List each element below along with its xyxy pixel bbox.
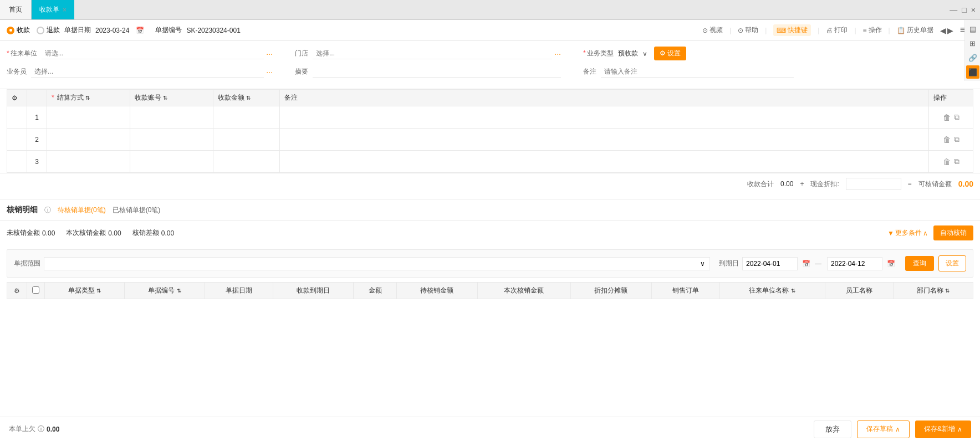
tab-current[interactable]: 收款单 × <box>32 0 74 19</box>
row3-copy-icon[interactable]: ⧉ <box>954 157 959 166</box>
auto-cancel-btn[interactable]: 自动核销 <box>933 225 973 240</box>
biz-type-dropdown-icon[interactable]: ∨ <box>642 50 647 58</box>
col-settle-header[interactable]: 结算方式 ⇅ <box>47 90 130 106</box>
chevron-up-icon: ∧ <box>923 229 928 237</box>
discount-input[interactable] <box>846 178 901 190</box>
bt-emp-col[interactable]: 员工名称 <box>825 283 893 299</box>
nav-arrows: ◀ ▶ <box>940 26 953 35</box>
cal-icon1[interactable]: 📅 <box>802 260 810 268</box>
bt-settings-col[interactable]: ⚙ <box>7 283 27 299</box>
tab-home[interactable]: 首页 <box>0 0 32 19</box>
bt-recv-label: 收款到期日 <box>297 286 330 294</box>
range-select[interactable]: ∨ <box>44 257 710 270</box>
bt-num-label: 单据编号 <box>148 286 175 294</box>
pending-tab[interactable]: 待核销单据(0笔) <box>58 206 106 215</box>
sidebar-icon-4[interactable]: ⬛ <box>966 65 979 79</box>
row1-remark[interactable] <box>280 106 929 129</box>
bt-recv-col[interactable]: 收款到期日 <box>273 283 354 299</box>
salesperson-more-icon[interactable]: ··· <box>266 68 273 76</box>
row2-delete-icon[interactable]: 🗑 <box>943 135 951 144</box>
row2-settle[interactable] <box>47 129 130 151</box>
radio-tui[interactable]: 退款 <box>37 25 60 35</box>
col-amount-header[interactable]: 收款金额 ⇅ <box>213 90 280 106</box>
date-picker-icon[interactable]: 📅 <box>136 27 144 34</box>
sidebar-icon-3[interactable]: 🔗 <box>966 51 979 64</box>
bt-pending-col[interactable]: 待核销金额 <box>397 283 478 299</box>
row2-num: 2 <box>27 129 47 151</box>
tab-close-icon[interactable]: × <box>63 6 67 14</box>
save-btn[interactable]: 保存&新增 ∧ <box>915 421 971 438</box>
row1-account[interactable] <box>130 106 213 129</box>
bt-check-col[interactable] <box>27 283 45 299</box>
salesperson-input[interactable] <box>31 66 264 78</box>
col-settle-label: 结算方式 <box>57 94 84 101</box>
row1-settle[interactable] <box>47 106 130 129</box>
row1-amount[interactable] <box>213 106 280 129</box>
row2-remark[interactable] <box>280 129 929 151</box>
due-from-input[interactable] <box>742 257 798 270</box>
bt-cancel-col[interactable]: 本次核销金额 <box>477 283 570 299</box>
col-account-header[interactable]: 收款账号 ⇅ <box>130 90 213 106</box>
done-tab[interactable]: 已核销单据(0笔) <box>113 206 161 215</box>
tab-home-label: 首页 <box>9 5 22 14</box>
nav-next-icon[interactable]: ▶ <box>947 26 953 35</box>
bt-date-col[interactable]: 单据日期 <box>205 283 273 299</box>
radio-shou[interactable]: 收款 <box>7 25 30 35</box>
filter-settings-btn[interactable]: 设置 <box>938 255 966 271</box>
num-value: SK-20230324-001 <box>186 27 240 34</box>
query-btn[interactable]: 查询 <box>905 256 934 271</box>
minimize-icon[interactable]: — <box>950 6 957 14</box>
remark-input[interactable] <box>601 66 794 78</box>
shortcut-icon: ⌨ <box>777 27 786 34</box>
store-more-icon[interactable]: ··· <box>554 49 561 58</box>
row1-delete-icon[interactable]: 🗑 <box>943 113 951 122</box>
print-btn[interactable]: 🖨 打印 <box>826 25 848 35</box>
bt-num-col[interactable]: 单据编号 ⇅ <box>125 283 205 299</box>
bt-check-all[interactable] <box>32 286 39 294</box>
section-header: 核销明细 ⓘ 待核销单据(0笔) 已核销单据(0笔) <box>0 199 980 221</box>
row3-remark[interactable] <box>280 151 929 173</box>
bt-settings-icon: ⚙ <box>14 287 20 295</box>
sidebar-icon-1[interactable]: ▤ <box>966 22 979 35</box>
uncancelled-stat: 未核销金额 0.00 <box>7 228 55 238</box>
partner-more-icon[interactable]: ··· <box>266 49 273 58</box>
settings-button[interactable]: ⚙ 设置 <box>654 47 686 60</box>
footer: 本单上欠 ⓘ 0.00 放弃 保存草稿 ∧ 保存&新增 ∧ <box>0 417 980 441</box>
draft-arrow-icon: ∧ <box>895 425 900 433</box>
help-btn[interactable]: ⊙ 帮助 <box>738 25 758 35</box>
row3-account[interactable] <box>130 151 213 173</box>
more-filter-btn[interactable]: ▼ 更多条件 ∧ <box>887 228 928 238</box>
partner-input[interactable] <box>42 48 264 59</box>
video-btn[interactable]: ⊙ 视频 <box>702 25 723 35</box>
draft-btn[interactable]: 保存草稿 ∧ <box>857 421 910 438</box>
due-to-input[interactable] <box>827 257 882 270</box>
bt-sales-col[interactable]: 销售订单 <box>651 283 719 299</box>
maximize-icon[interactable]: □ <box>962 6 966 14</box>
row2-copy-icon[interactable]: ⧉ <box>954 135 959 144</box>
sidebar-icon-2[interactable]: ⊞ <box>966 37 979 50</box>
bt-amount-col[interactable]: 金额 <box>354 283 397 299</box>
col-settings-header[interactable]: ⚙ <box>7 90 27 106</box>
col-remark-header: 备注 <box>280 90 929 106</box>
ops-btn[interactable]: ≡ 操作 <box>863 25 882 35</box>
bt-dept-col[interactable]: 部门名称 ⇅ <box>893 283 973 299</box>
sort-bt1: ⇅ <box>96 288 101 294</box>
close-icon[interactable]: × <box>971 6 976 14</box>
row1-copy-icon[interactable]: ⧉ <box>954 112 959 122</box>
row2-account[interactable] <box>130 129 213 151</box>
num-label: 单据编号 <box>155 25 182 35</box>
row3-delete-icon[interactable]: 🗑 <box>943 157 951 166</box>
shortcut-btn[interactable]: ⌨ 快捷键 <box>773 24 811 36</box>
bt-discount-col[interactable]: 折扣分摊额 <box>571 283 652 299</box>
row2-amount[interactable] <box>213 129 280 151</box>
row3-amount[interactable] <box>213 151 280 173</box>
cal-icon2[interactable]: 📅 <box>887 260 895 268</box>
abandon-btn[interactable]: 放弃 <box>814 421 851 438</box>
nav-prev-icon[interactable]: ◀ <box>940 26 946 35</box>
store-input[interactable] <box>313 48 552 59</box>
row3-settle[interactable] <box>47 151 130 173</box>
summary-input[interactable] <box>313 66 561 78</box>
bt-partner-col[interactable]: 往来单位名称 ⇅ <box>719 283 825 299</box>
bt-type-col[interactable]: 单据类型 ⇅ <box>45 283 125 299</box>
history-btn[interactable]: 📋 历史单据 <box>897 25 933 35</box>
